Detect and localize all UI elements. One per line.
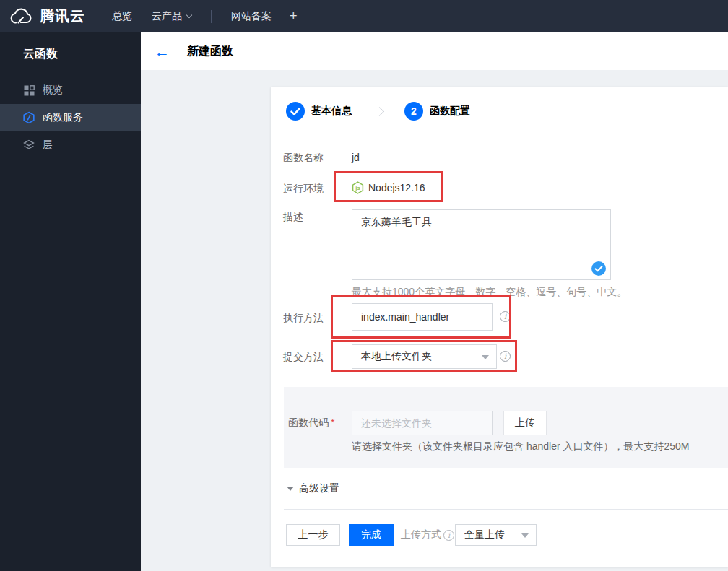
collapse-caret-icon [287, 487, 294, 491]
submit-method-select[interactable]: 本地上传文件夹 [352, 344, 497, 369]
layers-icon [22, 139, 35, 152]
sidebar-title: 云函数 [0, 32, 141, 77]
select-caret-icon [482, 355, 489, 359]
row-handler: 执行方法 i [283, 303, 728, 331]
topnav-beian[interactable]: 网站备案 [231, 10, 272, 23]
stepper: 基本信息 2 函数配置 [286, 102, 470, 121]
chevron-down-icon [186, 12, 192, 18]
runtime-value: js Nodejs12.16 [352, 181, 425, 194]
topbar: 腾讯云 总览 云产品 网站备案 + [0, 0, 728, 32]
brand-name: 腾讯云 [40, 6, 85, 26]
runtime-value-text: Nodejs12.16 [368, 182, 425, 193]
upload-button[interactable]: 上传 [503, 411, 547, 435]
prev-step-button[interactable]: 上一步 [286, 524, 340, 546]
page-header: ← 新建函数 [141, 32, 728, 70]
advanced-settings-toggle[interactable]: 高级设置 [287, 482, 339, 495]
add-tab-button[interactable]: + [290, 9, 298, 24]
required-asterisk: * [331, 417, 334, 428]
back-arrow-icon[interactable]: ← [155, 44, 170, 59]
function-code-label-text: 函数代码 [288, 417, 329, 428]
handler-input[interactable] [352, 303, 493, 331]
sidebar-item-layers[interactable]: 层 [0, 131, 141, 159]
topnav-overview[interactable]: 总览 [112, 10, 132, 23]
footer-actions: 上一步 完成 上传方式 i 全量上传 [283, 524, 728, 546]
step-done-check-icon [286, 102, 305, 121]
function-code-label: 函数代码* [288, 415, 334, 430]
sidebar-item-function-service[interactable]: 函数服务 [0, 104, 141, 131]
handler-label: 执行方法 [283, 310, 352, 325]
submit-method-info-icon[interactable]: i [500, 351, 511, 362]
tencent-cloud-logo[interactable]: 腾讯云 [9, 6, 85, 26]
runtime-label: 运行环境 [283, 181, 352, 196]
select-caret-icon [521, 533, 529, 538]
upload-mode-label: 上传方式 [401, 528, 441, 541]
function-hexagon-icon [22, 111, 35, 124]
cloud-logo-icon [9, 8, 33, 25]
grid-icon [22, 84, 35, 97]
submit-method-label: 提交方法 [283, 349, 352, 364]
sidebar: 云函数 概览 函数服务 层 [0, 32, 141, 571]
upload-mode-info-icon[interactable]: i [443, 530, 454, 541]
content-area: 基本信息 2 函数配置 函数名称 jd 运行环境 js Nodejs12.16 … [141, 70, 728, 571]
row-description: 描述 京东薅羊毛工具 [283, 209, 728, 280]
advanced-settings-label: 高级设置 [299, 482, 339, 495]
row-submit-method: 提交方法 本地上传文件夹 i [283, 344, 728, 369]
nodejs-icon: js [352, 181, 364, 194]
page-title: 新建函数 [187, 44, 233, 59]
step-chevron-icon [375, 107, 384, 116]
upload-mode-value: 全量上传 [464, 528, 505, 541]
submit-method-value: 本地上传文件夹 [361, 350, 432, 363]
valid-check-icon [592, 261, 606, 276]
upload-mode-select[interactable]: 全量上传 [455, 524, 537, 546]
row-description-helper: 最大支持1000个英文字母、数字、空格、逗号、句号、中文。 [283, 286, 728, 297]
topnav-products[interactable]: 云产品 [152, 10, 191, 23]
stepper-divider [283, 136, 728, 136]
folder-path-input[interactable] [352, 411, 493, 435]
step-number-badge: 2 [404, 102, 423, 121]
sidebar-item-overview[interactable]: 概览 [0, 77, 141, 104]
description-textarea[interactable]: 京东薅羊毛工具 [352, 209, 611, 280]
description-helper-text: 最大支持1000个英文字母、数字、空格、逗号、句号、中文。 [352, 286, 627, 299]
footer-divider [284, 509, 728, 510]
sidebar-item-label: 层 [43, 139, 53, 152]
function-code-helper-text: 请选择文件夹（该文件夹根目录应包含 handler 入口文件），最大支持250M [352, 440, 690, 453]
function-name-label: 函数名称 [283, 150, 352, 165]
topnav-divider [211, 10, 212, 23]
row-runtime: 运行环境 js Nodejs12.16 [283, 181, 728, 196]
step-basic-info-label: 基本信息 [311, 105, 352, 118]
sidebar-item-label: 函数服务 [43, 111, 83, 124]
handler-info-icon[interactable]: i [500, 311, 511, 322]
upload-mode-label-group: 上传方式 i [401, 524, 454, 546]
sidebar-item-label: 概览 [43, 84, 63, 97]
svg-text:js: js [355, 185, 360, 191]
create-function-card: 基本信息 2 函数配置 函数名称 jd 运行环境 js Nodejs12.16 … [271, 87, 728, 567]
finish-button[interactable]: 完成 [349, 524, 394, 546]
description-label: 描述 [283, 209, 352, 224]
function-code-section: 函数代码* 上传 请选择文件夹（该文件夹根目录应包含 handler 入口文件）… [284, 387, 728, 468]
function-name-value: jd [352, 150, 360, 165]
row-function-name: 函数名称 jd [283, 150, 728, 165]
topnav-products-label: 云产品 [152, 10, 182, 23]
step-function-config-label: 函数配置 [430, 105, 470, 118]
